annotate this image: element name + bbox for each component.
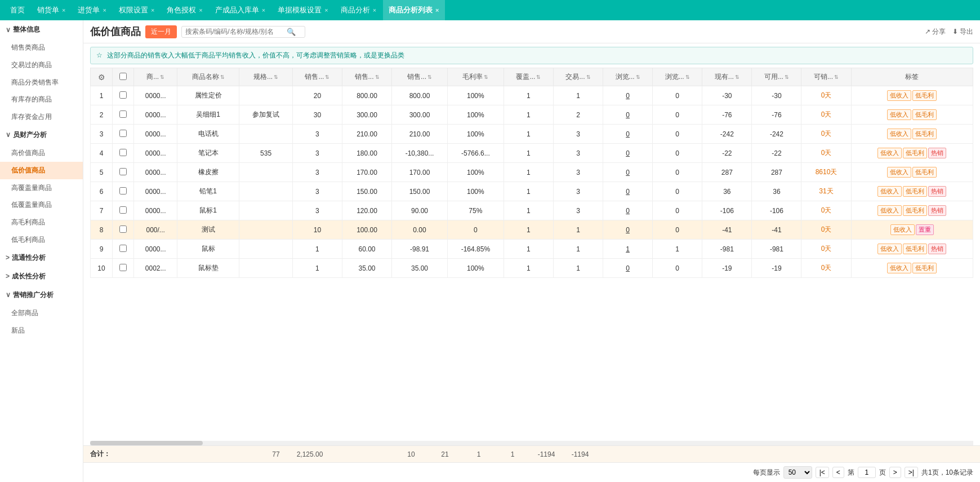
select-all-checkbox[interactable] <box>119 73 127 80</box>
sidebar-section-overall[interactable]: ∨ 整体信息 <box>0 20 83 39</box>
cell-checkbox[interactable] <box>113 259 134 278</box>
nav-product-storage[interactable]: 产成品入库单 × <box>210 0 271 20</box>
nav-purchase-order[interactable]: 进货单 × <box>72 0 112 20</box>
sort-icon[interactable]: ⇅ <box>834 74 839 80</box>
close-icon[interactable]: × <box>435 7 439 14</box>
view-count-link[interactable]: 1 <box>626 245 630 253</box>
view-count-link[interactable]: 0 <box>626 130 630 138</box>
cell-checkbox[interactable] <box>113 144 134 163</box>
row-checkbox[interactable] <box>119 130 127 137</box>
close-icon[interactable]: × <box>199 7 202 14</box>
view-count-link[interactable]: 0 <box>626 264 630 272</box>
sidebar-item-low-coverage[interactable]: 低覆盖量商品 <box>0 196 83 214</box>
cell-checkbox[interactable] <box>113 125 134 144</box>
scrollbar-thumb[interactable] <box>90 441 203 445</box>
cell-coverage: 1 <box>504 105 553 125</box>
close-icon[interactable]: × <box>151 7 154 14</box>
cell-checkbox[interactable] <box>113 182 134 201</box>
tag-badge: 低收入 <box>887 167 911 178</box>
sort-icon[interactable]: ⇅ <box>536 74 541 80</box>
sort-icon[interactable]: ⇅ <box>685 74 690 80</box>
sidebar-item-in-stock-products[interactable]: 有库存的商品 <box>0 91 83 108</box>
row-checkbox[interactable] <box>119 225 127 233</box>
view-count-link[interactable]: 0 <box>626 188 630 196</box>
close-icon[interactable]: × <box>324 7 328 14</box>
sort-icon[interactable]: ⇅ <box>274 74 278 80</box>
close-icon[interactable]: × <box>103 7 106 14</box>
cell-checkbox[interactable] <box>113 163 134 182</box>
nav-sales-order[interactable]: 销货单 × <box>32 0 71 20</box>
horizontal-scrollbar[interactable] <box>90 441 973 445</box>
page-size-select[interactable]: 50 100 200 <box>783 466 812 479</box>
view-count-link[interactable]: 0 <box>626 226 630 234</box>
row-checkbox[interactable] <box>119 168 127 175</box>
row-checkbox[interactable] <box>119 245 127 252</box>
cell-coverage: 1 <box>504 240 553 259</box>
sort-icon[interactable]: ⇅ <box>785 74 789 80</box>
sidebar-item-high-value[interactable]: 高价值商品 <box>0 144 83 162</box>
cell-checkbox[interactable] <box>113 220 134 240</box>
sidebar-item-low-profit[interactable]: 低毛利商品 <box>0 231 83 249</box>
cell-checkbox[interactable] <box>113 105 134 125</box>
sort-icon[interactable]: ⇅ <box>636 74 640 80</box>
sidebar-section-financial[interactable]: ∨ 员财产分析 <box>0 126 83 144</box>
nav-permission-setting[interactable]: 权限设置 × <box>113 0 160 20</box>
view-count-link[interactable]: 0 <box>626 149 630 157</box>
row-checkbox[interactable] <box>119 110 127 118</box>
sidebar-item-new-products[interactable]: 新品 <box>0 322 83 339</box>
column-gear[interactable]: ⚙ <box>91 68 113 86</box>
close-icon[interactable]: × <box>373 7 376 14</box>
row-checkbox[interactable] <box>119 206 127 214</box>
sort-icon[interactable]: ⇅ <box>375 74 380 80</box>
sidebar-item-high-profit[interactable]: 高毛利商品 <box>0 214 83 231</box>
nav-role-auth[interactable]: 角色授权 × <box>161 0 208 20</box>
next-page-button[interactable]: > <box>889 467 901 478</box>
sidebar-item-low-value[interactable]: 低价值商品 <box>0 162 83 179</box>
close-icon[interactable]: × <box>262 7 265 14</box>
nav-product-analysis[interactable]: 商品分析 × <box>335 0 382 20</box>
cell-checkbox[interactable] <box>113 86 134 105</box>
sidebar-item-traded-products[interactable]: 交易过的商品 <box>0 56 83 74</box>
prev-page-button[interactable]: < <box>832 467 844 478</box>
last-page-button[interactable]: >| <box>905 467 918 478</box>
row-checkbox[interactable] <box>119 149 127 156</box>
search-icon[interactable]: 🔍 <box>287 28 296 36</box>
sidebar-item-category-sales-rate[interactable]: 商品分类销售率 <box>0 74 83 91</box>
row-checkbox[interactable] <box>119 264 127 271</box>
sidebar-item-high-coverage[interactable]: 高覆盖量商品 <box>0 179 83 197</box>
sort-icon[interactable]: ⇅ <box>325 74 329 80</box>
sort-icon[interactable]: ⇅ <box>735 74 740 80</box>
tag-badge: 低毛利 <box>912 109 937 120</box>
sort-icon[interactable]: ⇅ <box>220 74 225 80</box>
row-checkbox[interactable] <box>119 91 127 99</box>
view-count-link[interactable]: 0 <box>626 169 630 176</box>
sort-icon[interactable]: ⇅ <box>484 74 488 80</box>
sidebar-item-sales-products[interactable]: 销售类商品 <box>0 39 83 56</box>
nav-home[interactable]: 首页 <box>5 0 30 20</box>
sidebar-item-all-products[interactable]: 全部商品 <box>0 304 83 322</box>
sidebar-section-growth[interactable]: > 成长性分析 <box>0 267 83 286</box>
sidebar-section-circulation[interactable]: > 流通性分析 <box>0 249 83 267</box>
nav-template-setting[interactable]: 单据模板设置 × <box>272 0 333 20</box>
row-checkbox[interactable] <box>119 187 127 194</box>
export-button[interactable]: ⬇ 导出 <box>952 27 973 37</box>
cell-checkbox[interactable] <box>113 240 134 259</box>
share-button[interactable]: ↗ 分享 <box>925 27 946 37</box>
gear-icon[interactable]: ⚙ <box>98 73 105 82</box>
sidebar-section-marketing[interactable]: ∨ 营销推广分析 <box>0 286 83 304</box>
view-count-link[interactable]: 0 <box>626 92 630 100</box>
cell-sale-amount: -10,380... <box>392 144 448 163</box>
sidebar-item-inventory-capital[interactable]: 库存资金占用 <box>0 108 83 126</box>
close-icon[interactable]: × <box>62 7 65 14</box>
cell-checkbox[interactable] <box>113 201 134 220</box>
view-count-link[interactable]: 0 <box>626 111 630 119</box>
search-input[interactable] <box>185 28 287 36</box>
sort-icon[interactable]: ⇅ <box>427 74 432 80</box>
page-number-input[interactable] <box>858 467 876 478</box>
first-page-button[interactable]: |< <box>816 467 829 478</box>
view-count-link[interactable]: 0 <box>626 207 630 215</box>
filter-recent-month-button[interactable]: 近一月 <box>145 25 177 38</box>
nav-product-analysis-list[interactable]: 商品分析列表 × <box>383 0 444 20</box>
sort-icon[interactable]: ⇅ <box>160 74 164 80</box>
sort-icon[interactable]: ⇅ <box>586 74 591 80</box>
